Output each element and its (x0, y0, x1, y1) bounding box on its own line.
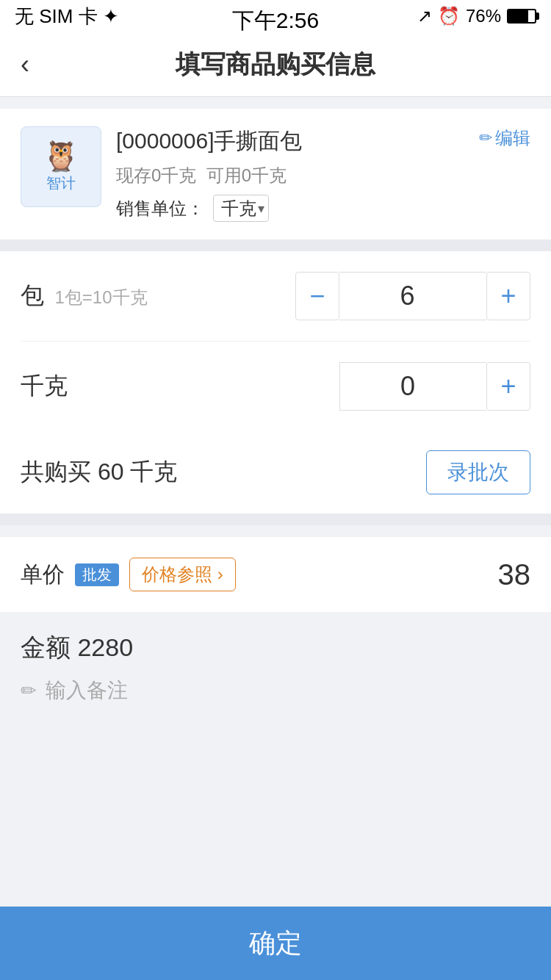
price-ref-button[interactable]: 价格参照 › (129, 558, 236, 591)
pack-input-row: 包 1包=10千克 − + (21, 251, 530, 342)
input-section: 包 1包=10千克 − + 千克 + (0, 251, 551, 431)
unit-select-wrap[interactable]: 千克 (213, 195, 269, 222)
pack-increment-button[interactable]: + (486, 272, 530, 320)
status-time: 下午2:56 (232, 6, 319, 36)
battery-icon (507, 9, 536, 24)
edit-icon: ✏ (479, 129, 492, 148)
kg-input-row: 千克 + (21, 342, 530, 431)
status-right: ↗ ⏰ 76% (417, 6, 536, 26)
confirm-label: 确定 (249, 926, 302, 962)
product-card: 🦉 智计 [0000006]手撕面包 现存0千克 可用0千克 销售单位： 千克 … (0, 109, 551, 239)
product-thumbnail: 🦉 智计 (21, 126, 101, 207)
confirm-button[interactable]: 确定 (0, 907, 551, 980)
status-left: 无 SIM 卡 ✦ (15, 4, 119, 29)
unit-select[interactable]: 千克 (213, 195, 269, 222)
total-text: 共购买 60 千克 (21, 456, 177, 489)
total-section: 共购买 60 千克 录批次 (0, 431, 551, 514)
kg-qty-control: + (339, 362, 530, 411)
amount-value: 2280 (77, 633, 133, 661)
pencil-icon: ✏ (21, 680, 37, 702)
pack-qty-input[interactable] (339, 272, 486, 320)
pack-label: 包 (21, 282, 44, 309)
price-label: 单价 (21, 560, 65, 590)
amount-row: 金额 2280 (21, 631, 530, 665)
price-row: 单价 批发 价格参照 › 38 (21, 558, 530, 591)
product-logo-icon: 🦉 (43, 141, 79, 170)
edit-label: 编辑 (495, 126, 530, 150)
location-icon: ↗ (417, 6, 432, 26)
edit-button[interactable]: ✏ 编辑 (479, 126, 530, 150)
pack-sub: 1包=10千克 (54, 287, 147, 307)
amount-section: 金额 2280 ✏ 输入备注 (0, 613, 551, 722)
product-name: [0000006]手撕面包 (116, 126, 530, 156)
back-button[interactable]: ‹ (21, 49, 29, 80)
section-divider-2 (0, 514, 551, 525)
pack-label-group: 包 1包=10千克 (21, 280, 148, 312)
remark-row[interactable]: ✏ 输入备注 (21, 677, 530, 705)
batch-button[interactable]: 录批次 (426, 450, 530, 494)
price-left: 单价 批发 价格参照 › (21, 558, 236, 591)
unit-label: 销售单位： (116, 197, 204, 220)
kg-label: 千克 (21, 370, 68, 403)
product-unit-row: 销售单位： 千克 (116, 195, 530, 222)
amount-label: 金额 (21, 633, 71, 661)
nav-bar: ‹ 填写商品购买信息 (0, 32, 551, 97)
status-bar: 无 SIM 卡 ✦ 下午2:56 ↗ ⏰ 76% (0, 0, 551, 32)
remark-placeholder: 输入备注 (46, 677, 128, 705)
page-title: 填写商品购买信息 (176, 48, 375, 82)
price-value: 38 (498, 558, 531, 591)
price-section: 单价 批发 价格参照 › 38 (0, 537, 551, 612)
pack-decrement-button[interactable]: − (295, 272, 339, 320)
battery-percent: 76% (466, 6, 501, 26)
kg-qty-input[interactable] (339, 362, 486, 411)
product-logo-label: 智计 (46, 173, 76, 193)
alarm-icon: ⏰ (438, 6, 460, 26)
product-stock: 现存0千克 可用0千克 (116, 164, 530, 187)
kg-increment-button[interactable]: + (486, 362, 530, 411)
section-divider-1 (0, 239, 551, 251)
price-badge: 批发 (75, 563, 119, 586)
product-info: [0000006]手撕面包 现存0千克 可用0千克 销售单位： 千克 (116, 126, 530, 222)
pack-qty-control: − + (295, 272, 530, 320)
